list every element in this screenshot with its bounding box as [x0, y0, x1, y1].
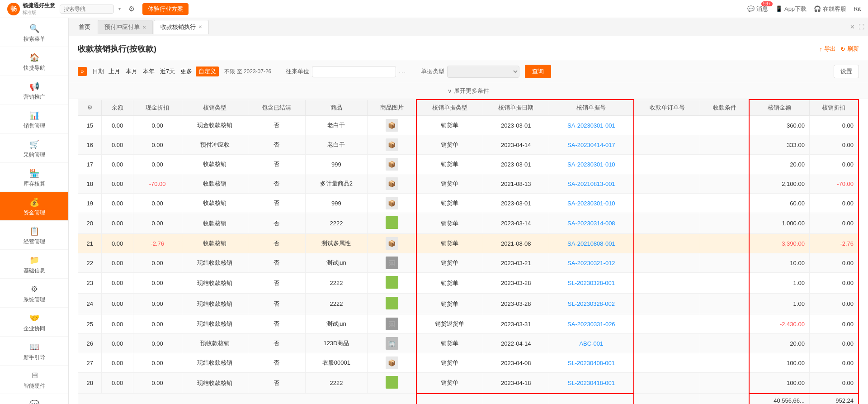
export-button[interactable]: ↑ 导出: [820, 45, 836, 53]
cell-cancel-bill-no[interactable]: SA-20230301-010: [549, 155, 634, 174]
filter-bar: » 日期 上月 本月 本年 近7天 更多 自定义 不限 至 2023-07-26…: [69, 60, 868, 83]
search-nav-input[interactable]: [60, 5, 114, 14]
sidebar-item-system[interactable]: ⚙ 系统管理: [0, 279, 68, 308]
cell-cancel-bill-no[interactable]: ABC-001: [549, 334, 634, 353]
cell-goods-img: 📦: [368, 116, 417, 135]
sidebar-item-marketing[interactable]: 📢 营销推广: [0, 76, 68, 105]
refresh-button[interactable]: ↻ 刷新: [840, 45, 859, 53]
sidebar-item-collab[interactable]: 🤝 企业协同: [0, 308, 68, 337]
bill-no-link[interactable]: SA-20210808-001: [567, 240, 615, 247]
cell-cancel-bill-no[interactable]: SA-20210813-001: [549, 174, 634, 194]
wechat-icon: 💬: [29, 399, 39, 404]
date-btn-more[interactable]: 更多: [179, 67, 194, 76]
sidebar-item-hardware[interactable]: 🖥 智能硬件: [0, 366, 68, 394]
bill-no-link[interactable]: SA-20230414-017: [567, 142, 615, 148]
date-btn-this-year[interactable]: 本年: [141, 67, 156, 76]
online-service-button[interactable]: 🎧 在线客服: [814, 5, 846, 13]
goods-image: [386, 297, 398, 309]
bill-no-link[interactable]: SA-20230301-010: [567, 200, 615, 207]
system-icon: ⚙: [31, 284, 38, 294]
bill-no-link[interactable]: SL-20230328-002: [568, 300, 615, 307]
bill-no-link[interactable]: SL-20230328-001: [568, 280, 615, 286]
date-btn-this-month[interactable]: 本月: [124, 67, 139, 76]
sidebar-item-search[interactable]: 🔍 搜索菜单: [0, 18, 68, 47]
cell-cancel-bill-type: 销货单: [416, 353, 483, 373]
sales-icon: 📊: [29, 110, 39, 120]
sidebar-item-finance[interactable]: 💰 资金管理: [0, 192, 68, 221]
cell-cash-discount: -70.00: [133, 174, 182, 194]
cell-cancel-bill-no[interactable]: SA-20230331-026: [549, 314, 634, 334]
cell-cancel-bill-no[interactable]: SA-20230314-008: [549, 213, 634, 234]
sidebar-item-wechat[interactable]: 💬 企业微信: [0, 394, 68, 404]
expand-more-button[interactable]: ∨ 展开更多条件: [448, 87, 489, 95]
filter-expand-button[interactable]: »: [78, 67, 87, 76]
bill-no-link[interactable]: SA-20230314-008: [567, 220, 615, 227]
setting-button[interactable]: 设置: [834, 65, 859, 78]
tab-cancel[interactable]: 收款核销执行 ✕: [154, 20, 209, 34]
tab-prepay[interactable]: 预付冲应付单 ✕: [98, 20, 153, 34]
cell-cancel-bill-no[interactable]: SA-20210808-001: [549, 234, 634, 253]
app-download-button[interactable]: 📱 App下载: [775, 5, 807, 13]
bill-no-link[interactable]: SL-20230418-001: [568, 380, 615, 386]
bill-no-link[interactable]: SA-20210813-001: [567, 181, 615, 187]
cell-cancel-type: 现金收款核销: [182, 116, 248, 135]
sidebar-label-finance: 资金管理: [24, 209, 45, 217]
cell-cancel-bill-no[interactable]: SL-20230418-001: [549, 373, 634, 394]
cell-cancel-bill-no[interactable]: SL-20230408-001: [549, 353, 634, 373]
goods-image: 📦: [386, 177, 398, 190]
cell-cancel-amount: 2,100.00: [749, 174, 809, 194]
cell-receipt-order-no: [634, 155, 700, 174]
goods-image: 🖼: [386, 257, 398, 269]
sidebar-item-nav[interactable]: 🏠 快捷导航: [0, 47, 68, 76]
cell-cancel-amount: 10.00: [749, 253, 809, 273]
cell-cash-discount: 0.00: [133, 194, 182, 213]
sidebar-item-operations[interactable]: 📋 经营管理: [0, 221, 68, 250]
date-btn-last-month[interactable]: 上月: [107, 67, 122, 76]
gear-button[interactable]: ⚙: [125, 3, 138, 15]
date-btn-7days[interactable]: 近7天: [158, 67, 177, 76]
tab-prepay-close-icon[interactable]: ✕: [142, 25, 146, 30]
cell-cancel-bill-type: 销货单: [416, 213, 483, 234]
home-icon: 🏠: [29, 52, 39, 62]
cell-cancel-discount: 0.00: [809, 155, 859, 174]
cell-cancel-discount: 0.00: [809, 273, 859, 294]
sidebar-label-marketing: 营销推广: [24, 93, 45, 101]
th-settings[interactable]: ⚙: [78, 100, 102, 116]
bill-no-link[interactable]: SA-20230301-001: [567, 122, 615, 129]
cell-goods: 老白干: [305, 116, 368, 135]
cell-cancel-bill-no[interactable]: SA-20230301-001: [549, 116, 634, 135]
query-button[interactable]: 查询: [525, 65, 551, 78]
maximize-window-icon[interactable]: ⛶: [859, 24, 864, 30]
page-actions: ↑ 导出 ↻ 刷新: [820, 45, 859, 53]
bill-no-link[interactable]: SA-20230301-010: [567, 161, 615, 168]
message-button[interactable]: 💬 消息 99+: [747, 5, 768, 13]
sidebar-item-guide[interactable]: 📖 新手引导: [0, 337, 68, 366]
th-cancel-discount: 核销折扣: [809, 100, 859, 116]
close-window-icon[interactable]: ✕: [850, 24, 855, 30]
tab-home[interactable]: 首页: [72, 20, 97, 34]
date-btn-custom[interactable]: 自定义: [196, 67, 219, 76]
cell-cancel-bill-no[interactable]: SA-20230414-017: [549, 135, 634, 155]
tabbar: 首页 预付冲应付单 ✕ 收款核销执行 ✕ ✕ ⛶: [69, 18, 868, 36]
bill-no-link[interactable]: SA-20230331-026: [567, 321, 615, 328]
topbar-right: 💬 消息 99+ 📱 App下载 🎧 在线客服 Rit: [747, 5, 861, 13]
cell-cancel-bill-no[interactable]: SL-20230328-002: [549, 294, 634, 314]
bill-no-link[interactable]: ABC-001: [579, 340, 603, 347]
sidebar-item-sales[interactable]: 📊 销售管理: [0, 105, 68, 134]
bill-no-link[interactable]: SL-20230408-001: [568, 360, 615, 366]
cell-cancel-bill-type: 销货单: [416, 294, 483, 314]
bill-no-link[interactable]: SA-20230321-012: [567, 260, 615, 266]
bill-type-select[interactable]: [447, 66, 519, 78]
sidebar-item-purchase[interactable]: 🛒 采购管理: [0, 134, 68, 163]
industry-solution-button[interactable]: 体验行业方案: [142, 3, 189, 15]
tab-cancel-close-icon[interactable]: ✕: [198, 24, 202, 29]
sidebar-item-inventory[interactable]: 🏪 库存核算: [0, 163, 68, 192]
table-wrapper[interactable]: ⚙ 余额 现金折扣 核销类型 包含已结清 商品 商品图片 核销单据类型 核销单据…: [69, 99, 868, 404]
sidebar-item-basic-info[interactable]: 📁 基础信息: [0, 250, 68, 279]
cell-cancel-amount: 1.00: [749, 294, 809, 314]
cell-cancel-bill-no[interactable]: SA-20230321-012: [549, 253, 634, 273]
cell-cancel-bill-no[interactable]: SL-20230328-001: [549, 273, 634, 294]
partner-filter-input[interactable]: [312, 66, 396, 77]
cell-cash-discount: -2.76: [133, 234, 182, 253]
cell-cancel-bill-no[interactable]: SA-20230301-010: [549, 194, 634, 213]
